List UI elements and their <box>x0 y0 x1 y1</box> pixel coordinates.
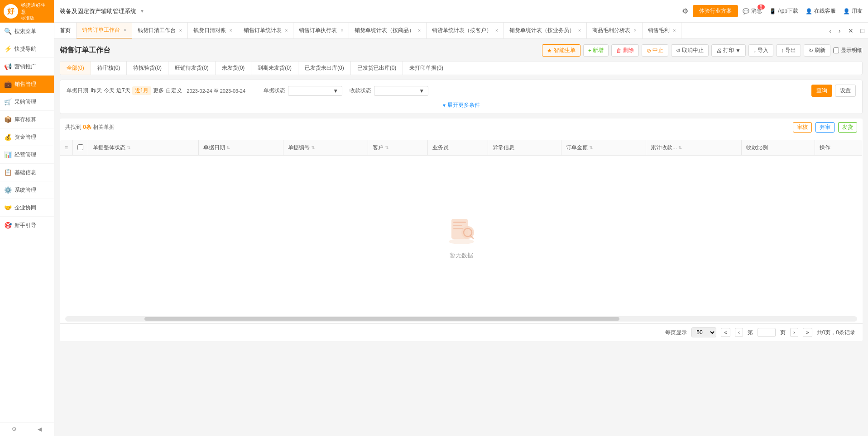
tab-close-icon[interactable]: × <box>285 28 288 33</box>
online-service-btn[interactable]: 👤 在线客服 <box>806 7 836 15</box>
date-opt-自定义[interactable]: 自定义 <box>166 87 182 95</box>
message-icon: 💬 <box>743 8 749 14</box>
show-detail-checkbox[interactable] <box>833 47 839 53</box>
tab-10[interactable]: 销售毛利× <box>643 23 682 39</box>
sort-icon[interactable]: ⇅ <box>678 145 682 150</box>
sort-icon[interactable]: ⇅ <box>385 145 388 150</box>
page-size-select[interactable]: 20 50 100 200 <box>691 327 716 337</box>
tab-close-icon[interactable]: × <box>634 28 637 33</box>
export-btn[interactable]: ↑ 导出 <box>776 44 801 57</box>
settings-icon[interactable]: ⚙ <box>4 426 25 432</box>
cancel-stop-btn[interactable]: ↺ 取消中止 <box>671 44 709 57</box>
tab-maximize[interactable]: □ <box>857 27 868 34</box>
smart-order-btn[interactable]: ★ 智能生单 <box>542 44 580 57</box>
sidebar-item-finance[interactable]: 💰资金管理 <box>0 128 54 146</box>
date-opt-今天[interactable]: 今天 <box>104 87 115 95</box>
sidebar-item-system[interactable]: ⚙️系统管理 <box>0 181 54 199</box>
sidebar-item-operations[interactable]: 📊经营管理 <box>0 146 54 164</box>
payment-select[interactable]: ▼ <box>374 86 428 96</box>
sidebar-item-guide[interactable]: 🎯新手引导 <box>0 217 54 234</box>
tab-nav-next[interactable]: › <box>835 27 844 34</box>
sidebar-item-quick-nav[interactable]: ⚡快捷导航 <box>0 40 54 58</box>
audit-btn[interactable]: 审核 <box>793 122 812 133</box>
tab-1[interactable]: 销售订单工作台× <box>77 23 132 39</box>
industry-btn[interactable]: 体验行业方案 <box>693 5 738 17</box>
sidebar-item-marketing[interactable]: 📢营销推广 <box>0 58 54 76</box>
tab-close-icon[interactable]: × <box>179 28 182 33</box>
status-select[interactable]: ▼ <box>288 86 342 96</box>
topbar-settings-icon[interactable]: ⚙ <box>682 7 688 15</box>
first-page-btn[interactable]: « <box>721 328 730 337</box>
expand-btn[interactable]: ▾ 展开更多条件 <box>443 101 480 109</box>
sidebar-item-search[interactable]: 🔍搜索菜单 <box>0 23 54 40</box>
tab-3[interactable]: 钱货日清对账× <box>188 23 238 39</box>
sort-icon[interactable]: ⇅ <box>311 145 315 150</box>
sort-icon[interactable]: ⇅ <box>226 145 230 150</box>
date-opt-近7天[interactable]: 近7天 <box>116 87 130 95</box>
refresh-btn[interactable]: ↻ 刷新 <box>804 44 830 57</box>
subtab-6[interactable]: 已发货未出库(0) <box>298 62 351 75</box>
import-btn[interactable]: ↓ 导入 <box>748 44 773 57</box>
stop-btn[interactable]: ⊘ 中止 <box>642 44 668 57</box>
sidebar-item-inventory[interactable]: 📦库存核算 <box>0 111 54 128</box>
tab-5[interactable]: 销售订单执行表× <box>293 23 349 39</box>
page-actions: ★ 智能生单 + 新增 🗑 删除 ⊘ 中止 ↺ 取消中止 <box>542 44 863 57</box>
next-page-btn[interactable]: › <box>790 328 798 337</box>
tab-close-icon[interactable]: × <box>673 28 676 33</box>
filter-settings-btn[interactable]: 设置 <box>835 85 856 97</box>
sidebar-item-sales[interactable]: 💼销售管理 <box>0 76 54 93</box>
dropdown-arrow-icon[interactable]: ▼ <box>140 9 144 14</box>
collapse-icon[interactable]: ◀ <box>29 426 51 432</box>
tab-close-icon[interactable]: × <box>124 28 126 33</box>
sidebar-item-basics[interactable]: 📋基础信息 <box>0 164 54 181</box>
last-page-btn[interactable]: » <box>803 328 812 337</box>
svg-rect-2 <box>453 222 466 223</box>
date-opt-更多[interactable]: 更多 <box>153 87 164 95</box>
sidebar-item-enterprise[interactable]: 🤝企业协同 <box>0 199 54 217</box>
tab-nav-prev[interactable]: ‹ <box>825 27 835 34</box>
date-opt-昨天[interactable]: 昨天 <box>91 87 102 95</box>
tab-close-all[interactable]: ✕ <box>844 27 857 34</box>
sidebar-item-purchase[interactable]: 🛒采购管理 <box>0 93 54 111</box>
horizontal-scrollbar[interactable] <box>65 316 857 322</box>
tab-label: 销货单统计表（按商品） <box>355 27 414 34</box>
sort-icon[interactable]: ⇅ <box>127 145 130 150</box>
select-all-checkbox[interactable] <box>77 144 83 150</box>
tab-close-icon[interactable]: × <box>578 28 581 33</box>
tab-9[interactable]: 商品毛利分析表× <box>587 23 643 39</box>
subtab-0[interactable]: 全部(0) <box>60 62 91 75</box>
tab-0[interactable]: 首页 <box>54 23 77 39</box>
subtab-2[interactable]: 待拣验货(0) <box>127 62 168 75</box>
app-download-btn[interactable]: 📱 App下载 <box>769 7 798 15</box>
scrollbar-thumb[interactable] <box>144 317 619 321</box>
page-input[interactable]: 1 <box>758 328 776 337</box>
th-action: 操作 <box>815 140 862 156</box>
subtab-7[interactable]: 已发货已出库(0) <box>351 62 403 75</box>
tab-close-icon[interactable]: × <box>495 28 498 33</box>
tab-close-icon[interactable]: × <box>418 28 421 33</box>
sort-icon[interactable]: ⇅ <box>589 145 593 150</box>
subtab-5[interactable]: 到期未发货(0) <box>251 62 298 75</box>
message-btn[interactable]: 💬 消息 6 <box>743 7 762 15</box>
tab-4[interactable]: 销售订单统计表× <box>238 23 294 39</box>
user-menu[interactable]: 👤 用友 <box>843 7 863 15</box>
revoke-btn[interactable]: 弃审 <box>815 122 834 133</box>
query-btn[interactable]: 查询 <box>811 85 832 97</box>
tab-close-icon[interactable]: × <box>230 28 232 33</box>
prev-page-btn[interactable]: ‹ <box>735 328 743 337</box>
delete-btn[interactable]: 🗑 删除 <box>611 44 639 57</box>
tab-8[interactable]: 销货单统计表（按业务员）× <box>504 23 587 39</box>
print-btn[interactable]: 🖨 打印 ▼ <box>711 44 746 57</box>
tab-2[interactable]: 钱货日清工作台× <box>132 23 188 39</box>
subtab-8[interactable]: 未打印单据(0) <box>403 62 450 75</box>
subtab-1[interactable]: 待审核(0) <box>91 62 127 75</box>
tab-label: 销货单统计表（按业务员） <box>509 27 575 34</box>
tab-7[interactable]: 销货单统计表（按客户）× <box>427 23 504 39</box>
tab-close-icon[interactable]: × <box>340 28 343 33</box>
date-opt-近1月[interactable]: 近1月 <box>132 86 152 95</box>
deliver-btn[interactable]: 发货 <box>838 122 857 133</box>
subtab-4[interactable]: 未发货(0) <box>216 62 252 75</box>
tab-6[interactable]: 销货单统计表（按商品）× <box>349 23 427 39</box>
subtab-3[interactable]: 旺铺待发货(0) <box>168 62 216 75</box>
add-btn[interactable]: + 新增 <box>583 44 609 57</box>
